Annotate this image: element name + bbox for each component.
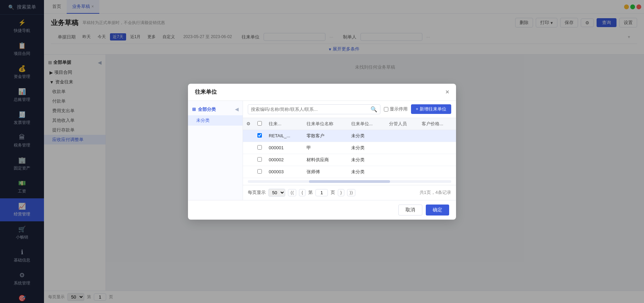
th-code[interactable]: 往来... — [265, 118, 303, 130]
table-row[interactable]: 000003 张师傅 未分类 — [243, 166, 456, 178]
row-checkbox[interactable] — [254, 166, 265, 178]
modal-search-box: 🔍 — [248, 104, 380, 114]
page-number-input[interactable] — [315, 189, 328, 196]
partner-modal: 往来单位 × ⊞ 全部分类 ◀ 未分类 🔍 — [188, 84, 456, 220]
select-all-checkbox[interactable] — [257, 121, 262, 126]
table-row[interactable]: RETAIL_... 零散客户 未分类 — [243, 130, 456, 142]
show-disabled-toggle[interactable]: 显示停用 — [384, 106, 408, 112]
row-manager — [386, 142, 419, 154]
partner-table: ⚙ 往来... 往来单位名称 往来单位... 分管人员 客户价格... — [243, 118, 456, 178]
row-category: 未分类 — [348, 154, 386, 166]
all-categories-header[interactable]: ⊞ 全部分类 ◀ — [188, 104, 243, 115]
modal-right-panel: 🔍 显示停用 + 新增往来单位 ⚙ — [243, 101, 456, 200]
page-label: 第 — [308, 189, 313, 196]
row-price — [418, 154, 456, 166]
scrollbar-thumb — [309, 180, 390, 183]
row-price — [418, 166, 456, 178]
row-manager — [386, 166, 419, 178]
row-code: 000001 — [265, 142, 303, 154]
row-name: 张师傅 — [303, 166, 348, 178]
table-row[interactable]: 000001 甲 未分类 — [243, 142, 456, 154]
modal-header: 往来单位 × — [188, 84, 456, 101]
page-suffix: 页 — [331, 189, 335, 196]
row-code: 000003 — [265, 166, 303, 178]
page-size-select[interactable]: 50 — [268, 189, 285, 197]
modal-title: 往来单位 — [195, 89, 217, 96]
row-settings — [243, 142, 254, 154]
uncategorized-item[interactable]: 未分类 — [188, 115, 243, 126]
row-settings — [243, 154, 254, 166]
page-size-label: 每页显示 — [248, 189, 266, 196]
th-price-level[interactable]: 客户价格... — [418, 118, 456, 130]
row-code: RETAIL_... — [265, 130, 303, 142]
confirm-button[interactable]: 确定 — [426, 205, 449, 215]
row-manager — [386, 154, 419, 166]
modal-pagination: 每页显示 50 ⟨⟨ ⟨ 第 页 ⟩ ⟩⟩ 共1页，4条记录 — [243, 185, 456, 200]
th-manager[interactable]: 分管人员 — [386, 118, 419, 130]
table-row[interactable]: 000002 材料供应商 未分类 — [243, 154, 456, 166]
left-panel-collapse-icon[interactable]: ◀ — [235, 107, 238, 112]
modal-search-input[interactable] — [251, 107, 368, 112]
add-partner-button[interactable]: + 新增往来单位 — [411, 104, 451, 114]
row-checkbox[interactable] — [254, 130, 265, 142]
modal-left-panel: ⊞ 全部分类 ◀ 未分类 — [188, 101, 243, 200]
row-price — [418, 142, 456, 154]
total-info: 共1页，4条记录 — [420, 189, 451, 196]
row-name: 材料供应商 — [303, 154, 348, 166]
row-price — [418, 130, 456, 142]
row-checkbox[interactable] — [254, 142, 265, 154]
cancel-button[interactable]: 取消 — [398, 205, 422, 215]
row-settings — [243, 130, 254, 142]
modal-overlay: 往来单位 × ⊞ 全部分类 ◀ 未分类 🔍 — [0, 0, 644, 303]
row-name: 零散客户 — [303, 130, 348, 142]
th-checkbox — [254, 118, 265, 130]
modal-actions: 取消 确定 — [188, 200, 456, 220]
all-categories-label: 全部分类 — [198, 106, 216, 113]
show-disabled-label: 显示停用 — [390, 106, 408, 112]
next-page-button[interactable]: ⟩ — [338, 189, 344, 196]
modal-close-button[interactable]: × — [445, 89, 449, 96]
th-category[interactable]: 往来单位... — [348, 118, 386, 130]
show-disabled-checkbox[interactable] — [384, 107, 388, 112]
first-page-button[interactable]: ⟨⟨ — [288, 189, 296, 196]
row-settings — [243, 166, 254, 178]
table-header-row: ⚙ 往来... 往来单位名称 往来单位... 分管人员 客户价格... — [243, 118, 456, 130]
row-category: 未分类 — [348, 142, 386, 154]
modal-toolbar: 🔍 显示停用 + 新增往来单位 — [243, 101, 456, 118]
table-body: RETAIL_... 零散客户 未分类 000001 甲 — [243, 130, 456, 178]
modal-body: ⊞ 全部分类 ◀ 未分类 🔍 显示停用 — [188, 101, 456, 200]
search-icon-modal: 🔍 — [370, 106, 377, 113]
row-category: 未分类 — [348, 166, 386, 178]
modal-table-wrap: ⚙ 往来... 往来单位名称 往来单位... 分管人员 客户价格... — [243, 118, 456, 178]
th-name[interactable]: 往来单位名称 — [303, 118, 348, 130]
table-header: ⚙ 往来... 往来单位名称 往来单位... 分管人员 客户价格... — [243, 118, 456, 130]
prev-page-button[interactable]: ⟨ — [299, 189, 306, 196]
row-name: 甲 — [303, 142, 348, 154]
th-settings: ⚙ — [243, 118, 254, 130]
row-checkbox[interactable] — [254, 154, 265, 166]
row-manager — [386, 130, 419, 142]
last-page-button[interactable]: ⟩⟩ — [347, 189, 355, 196]
row-code: 000002 — [265, 154, 303, 166]
horizontal-scrollbar[interactable] — [248, 180, 451, 183]
row-category: 未分类 — [348, 130, 386, 142]
grid-icon-modal: ⊞ — [192, 107, 196, 112]
